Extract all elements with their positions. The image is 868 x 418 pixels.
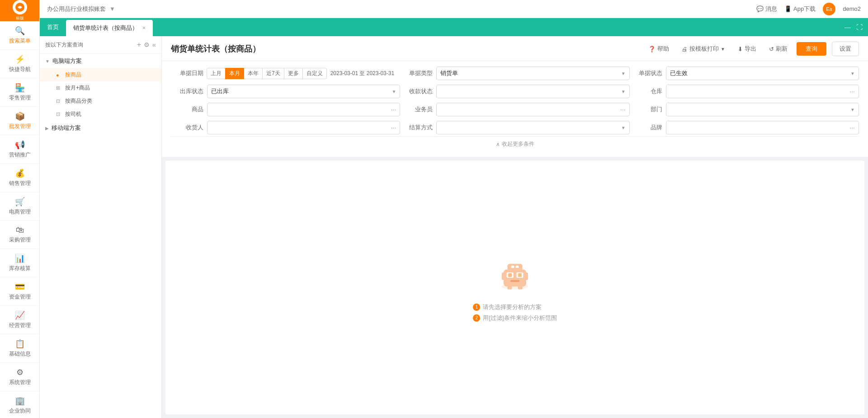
receiver-dots-icon[interactable]: ···	[391, 124, 396, 131]
sidebar-item-search[interactable]: 🔍 搜索菜单	[0, 21, 40, 50]
tree-mobile-scheme[interactable]: ▶ 移动端方案	[40, 121, 161, 135]
outstatus-select[interactable]: 已出库 ▼	[207, 85, 400, 98]
tree-item-by-category[interactable]: ⊡ 按商品分类	[40, 95, 161, 108]
add-scheme-btn[interactable]: +	[137, 41, 141, 49]
tip-1-label: 请先选择要分析的方案	[483, 303, 542, 311]
basic-icon: 📋	[15, 339, 25, 349]
top-header: 办公用品行业模拟账套 ▼ 💬 消息 📱 App下载 Ea demo2	[40, 0, 868, 18]
help-btn[interactable]: ❓ 帮助	[645, 43, 673, 55]
query-btn[interactable]: 查询	[797, 42, 826, 56]
sidebar-item-operations[interactable]: 📈 经营管理	[0, 306, 40, 334]
date-tab-7days[interactable]: 近7天	[262, 68, 284, 79]
sidebar-item-wholesale[interactable]: 📦 批发管理	[0, 107, 40, 135]
minimize-btn[interactable]: —	[843, 22, 853, 33]
receiptstatus-control: ▼	[436, 85, 629, 98]
message-icon: 💬	[756, 5, 764, 12]
svg-rect-8	[507, 264, 522, 271]
sidebar-item-finance[interactable]: 💳 资金管理	[0, 277, 40, 306]
page-header: 销货单统计表（按商品） ❓ 帮助 🖨 按模板打印 ▼ ⬇	[162, 36, 868, 61]
tree-item-by-goods[interactable]: ● 按商品	[40, 68, 161, 81]
doctype-select[interactable]: 销货单 ▼	[436, 66, 629, 80]
sidebar-item-ecommerce[interactable]: 🛒 电商管理	[0, 192, 40, 221]
tab-active[interactable]: 销货单统计表（按商品） ×	[66, 20, 153, 36]
refresh-btn[interactable]: ↺ 刷新	[765, 43, 791, 55]
template-print-btn[interactable]: 🖨 按模板打印 ▼	[678, 43, 729, 55]
filter-area: 单据日期 上月 本月 本年 近7天 更多 自定义 2023-03-01 至 20…	[162, 61, 868, 157]
date-range-label: 2023-03-01 至 2023-03-31	[330, 70, 394, 77]
empty-tips: 1 请先选择要分析的方案 2 用[过滤]条件来缩小分析范围	[473, 303, 557, 325]
message-btn[interactable]: 💬 消息	[756, 5, 777, 13]
tree-computer-scheme[interactable]: ▼ 电脑端方案	[40, 54, 161, 68]
date-tab-last-month[interactable]: 上月	[207, 68, 226, 79]
date-tab-more[interactable]: 更多	[284, 68, 303, 79]
warehouse-input[interactable]: ···	[666, 85, 859, 98]
doctype-value: 销货单	[440, 69, 458, 77]
sidebar-item-retail[interactable]: 🏪 零售管理	[0, 78, 40, 107]
date-control: 上月 本月 本年 近7天 更多 自定义 2023-03-01 至 2023-03…	[207, 68, 400, 79]
wholesale-icon: 📦	[15, 111, 25, 121]
content-area: 按以下方案查询 + ⚙ « ▼ 电脑端方案 ● 按商品 ⊞ 按月+商品	[40, 36, 868, 418]
sidebar-item-enterprise[interactable]: 🏢 企业协同	[0, 391, 40, 418]
outstatus-label: 出库状态	[171, 87, 207, 95]
dept-label: 部门	[630, 105, 666, 114]
maximize-btn[interactable]: ⛶	[854, 22, 864, 33]
filter-date: 单据日期 上月 本月 本年 近7天 更多 自定义 2023-03-01 至 20…	[171, 66, 400, 80]
sidebar-item-inventory[interactable]: 📊 库存核算	[0, 249, 40, 277]
collapse-bar[interactable]: ∧ 收起更多条件	[171, 136, 859, 152]
sidebar-item-purchase[interactable]: 🛍 采购管理	[0, 221, 40, 249]
clerk-input[interactable]: ···	[436, 103, 629, 116]
goods-input[interactable]: ···	[207, 103, 400, 116]
sidebar-item-system[interactable]: ⚙ 系统管理	[0, 363, 40, 391]
tree-arrow-right-icon: ▶	[45, 126, 49, 131]
svg-rect-14	[518, 285, 523, 289]
tree-item-by-driver[interactable]: ⊡ 按司机	[40, 108, 161, 121]
settings-btn[interactable]: 设置	[832, 42, 859, 56]
svg-rect-5	[508, 273, 512, 277]
sidebar-item-sales[interactable]: 💰 销售管理	[0, 164, 40, 192]
app-logo: 标版	[0, 0, 40, 21]
app-download-btn[interactable]: 📱 App下载	[784, 5, 816, 13]
sidebar-item-quicknav[interactable]: ⚡ 快捷导航	[0, 50, 40, 78]
date-tab-this-year[interactable]: 本年	[244, 68, 263, 79]
docstatus-select[interactable]: 已生效 ▼	[666, 66, 859, 80]
date-tab-this-month[interactable]: 本月	[225, 68, 244, 79]
dept-chevron-icon: ▼	[850, 107, 855, 112]
filter-warehouse: 仓库 ···	[630, 85, 859, 98]
settlement-select[interactable]: ▼	[436, 121, 629, 134]
chevron-up-icon: ∧	[496, 141, 500, 147]
export-btn[interactable]: ⬇ 导出	[734, 43, 760, 55]
empty-tip-2: 2 用[过滤]条件来缩小分析范围	[473, 314, 557, 322]
warehouse-dots-icon[interactable]: ···	[849, 88, 855, 95]
mobile-icon: 📱	[784, 5, 792, 12]
receiver-input[interactable]: ···	[207, 121, 400, 134]
filter-row-1: 单据日期 上月 本月 本年 近7天 更多 自定义 2023-03-01 至 20…	[171, 66, 859, 80]
dept-select[interactable]: ▼	[666, 103, 859, 116]
receiver-label: 收货人	[171, 124, 207, 132]
brand-control: ···	[666, 121, 859, 134]
sales-icon: 💰	[15, 168, 25, 178]
warehouse-label: 仓库	[630, 87, 666, 95]
app-download-label: App下载	[793, 5, 816, 13]
dropdown-icon[interactable]: ▼	[109, 5, 115, 12]
brand-input[interactable]: ···	[666, 121, 859, 134]
tree-by-category-label: 按商品分类	[65, 97, 92, 105]
sidebar-item-basic[interactable]: 📋 基础信息	[0, 334, 40, 363]
avatar[interactable]: Ea	[823, 3, 835, 15]
receiptstatus-select[interactable]: ▼	[436, 85, 629, 98]
sidebar-item-marketing[interactable]: 📢 营销推广	[0, 135, 40, 164]
filter-row-3: 商品 ··· 业务员 ···	[171, 103, 859, 116]
tree-item-by-month-goods[interactable]: ⊞ 按月+商品	[40, 81, 161, 95]
page-actions: ❓ 帮助 🖨 按模板打印 ▼ ⬇ 导出 ↺	[645, 42, 859, 56]
tab-home[interactable]: 首页	[40, 18, 66, 36]
date-tab-custom[interactable]: 自定义	[302, 68, 327, 79]
svg-rect-2	[504, 269, 526, 286]
filter-settlement: 结算方式 ▼	[400, 121, 629, 134]
tab-close-btn[interactable]: ×	[142, 25, 146, 31]
settings-scheme-btn[interactable]: ⚙	[144, 41, 150, 48]
goods-dots-icon[interactable]: ···	[391, 106, 396, 113]
collapse-panel-btn[interactable]: «	[152, 41, 156, 48]
brand-dots-icon[interactable]: ···	[849, 124, 855, 131]
svg-rect-12	[525, 272, 528, 280]
clerk-dots-icon[interactable]: ···	[620, 106, 626, 113]
print-icon: 🖨	[682, 46, 688, 52]
